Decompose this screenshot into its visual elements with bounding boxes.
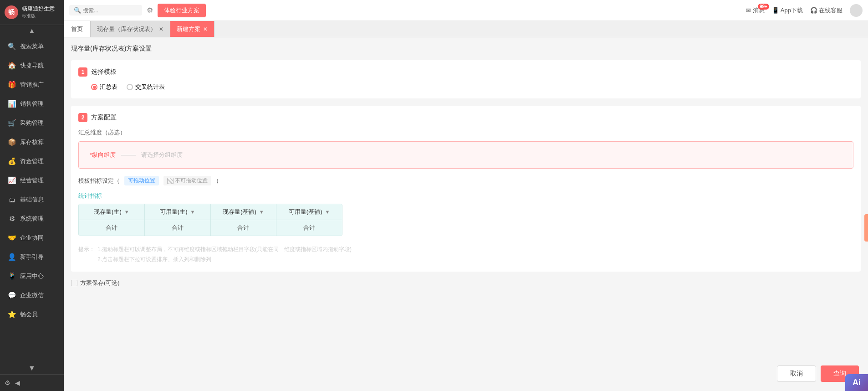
sidebar-item-label: 营销推广 <box>20 81 44 89</box>
messages-badge-wrap[interactable]: ✉ 消息 99+ <box>746 6 765 15</box>
sidebar-item-newuser[interactable]: 👤 新手引导 <box>0 247 64 267</box>
hints-label: 提示： <box>78 245 95 255</box>
sidebar-item-basic[interactable]: 🗂 基础信息 <box>0 190 64 209</box>
dropdown-icon-3[interactable]: ▼ <box>325 209 330 215</box>
sidebar-item-label: 经营管理 <box>20 176 44 185</box>
sidebar-item-label: 基础信息 <box>20 196 44 204</box>
sidebar-item-operations[interactable]: 📈 经营管理 <box>0 171 64 190</box>
sidebar-settings-btn[interactable]: ⚙ <box>5 379 10 386</box>
dropdown-icon-1[interactable]: ▼ <box>190 209 195 215</box>
radio-summary-label: 汇总表 <box>100 83 117 91</box>
money-icon: 💰 <box>7 157 16 165</box>
hatch-icon <box>167 178 174 184</box>
search-input[interactable] <box>83 7 133 14</box>
sidebar-item-search[interactable]: 🔍 搜索菜单 <box>0 37 64 56</box>
dimension-row: *纵向维度 —— 请选择分组维度 <box>90 151 842 159</box>
hint-text-1: 2.点击标题栏下拉可设置排序、插入列和删除列 <box>97 255 211 265</box>
tab-new-plan-close[interactable]: ✕ <box>203 26 208 32</box>
section2-title: 方案配置 <box>91 113 117 122</box>
sidebar-item-label: 应用中心 <box>20 272 44 280</box>
folder-icon: 🗂 <box>7 196 16 204</box>
content-area: 现存量(库存状况表)方案设置 1 选择模板 汇总表 交叉统计表 2 <box>64 37 868 391</box>
cancel-button[interactable]: 取消 <box>777 365 816 382</box>
box-icon: 📦 <box>7 138 16 146</box>
template-options: 汇总表 交叉统计表 <box>91 83 853 91</box>
tabs-bar: 首页 现存量（库存状况表） ✕ 新建方案 ✕ <box>64 21 868 37</box>
stats-col-body-2: 合计 <box>211 220 276 236</box>
star-icon: ⭐ <box>7 310 16 319</box>
stats-col-header-2: 现存量(基辅) ▼ <box>211 204 276 220</box>
sidebar-item-label: 资金管理 <box>20 157 44 165</box>
dimension-area[interactable]: *纵向维度 —— 请选择分组维度 <box>78 141 853 169</box>
radio-cross[interactable]: 交叉统计表 <box>127 83 165 91</box>
trial-btn[interactable]: 体验行业方案 <box>158 4 206 17</box>
radio-cross-indicator <box>127 84 133 90</box>
save-option-label: 方案保存(可选) <box>80 279 120 287</box>
radio-summary-indicator <box>91 84 97 90</box>
sidebar-collapse-btn[interactable]: ◀ <box>15 379 20 386</box>
hint-1: 提示： 2.点击标题栏下拉可设置排序、插入列和删除列 <box>78 255 853 265</box>
section2-card: 2 方案配置 汇总维度（必选） *纵向维度 —— 请选择分组维度 模板指标设定（… <box>71 106 861 272</box>
save-option[interactable]: 方案保存(可选) <box>71 279 861 287</box>
gear-icon: ⚙ <box>7 215 16 223</box>
section1-num: 1 <box>78 67 87 77</box>
tab-new-plan[interactable]: 新建方案 ✕ <box>170 21 214 37</box>
stats-col-body-0: 合计 <box>79 220 144 236</box>
section2-num: 2 <box>78 113 87 122</box>
settings-icon[interactable]: ⚙ <box>147 6 153 15</box>
topbar-right: ✉ 消息 99+ 📱 App下载 🎧 在线客服 <box>746 4 863 17</box>
sidebar-item-inventory[interactable]: 📦 库存核算 <box>0 133 64 152</box>
sidebar-item-purchase[interactable]: 🛒 采购管理 <box>0 113 64 133</box>
sidebar-item-cooperation[interactable]: 🤝 企业协同 <box>0 228 64 247</box>
user-avatar[interactable] <box>850 4 863 17</box>
trend-icon: 📈 <box>7 176 16 185</box>
sidebar-item-wechat[interactable]: 💬 企业微信 <box>0 286 64 305</box>
stats-col-name-2: 现存量(基辅) <box>223 208 256 216</box>
dropdown-icon-0[interactable]: ▼ <box>124 209 129 215</box>
customer-service-btn[interactable]: 🎧 在线客服 <box>810 6 842 15</box>
sidebar-item-system[interactable]: ⚙ 系统管理 <box>0 209 64 228</box>
sidebar-item-member[interactable]: ⭐ 畅会员 <box>0 305 64 324</box>
radio-summary[interactable]: 汇总表 <box>91 83 117 91</box>
handshake-icon: 🤝 <box>7 234 16 242</box>
sidebar-item-label: 采购管理 <box>20 119 44 127</box>
main-area: 🔍 ⚙ 体验行业方案 ✉ 消息 99+ 📱 App下载 🎧 在线客服 首 <box>64 0 868 391</box>
sidebar-scroll-down[interactable]: ▼ <box>0 362 64 374</box>
stats-label: 统计指标 <box>78 192 853 200</box>
cart-icon: 🛒 <box>7 119 16 127</box>
indicator-setting: 模板指标设定（ 可拖动位置 不可拖动位置 ） <box>78 176 853 185</box>
section2-header: 2 方案配置 <box>78 113 853 122</box>
save-checkbox[interactable] <box>71 280 77 286</box>
sidebar-item-sales[interactable]: 📊 销售管理 <box>0 94 64 113</box>
stats-col-0: 现存量(主) ▼ 合计 <box>79 204 145 236</box>
side-panel-toggle[interactable] <box>864 214 868 242</box>
tab-inventory-close[interactable]: ✕ <box>159 26 163 32</box>
stats-col-body-1: 合计 <box>145 220 210 236</box>
tab-inventory-status[interactable]: 现存量（库存状况表） ✕ <box>91 21 170 37</box>
stats-col-header-1: 可用量(主) ▼ <box>145 204 210 220</box>
tab-home[interactable]: 首页 <box>64 21 91 37</box>
sidebar-item-appstore[interactable]: 📱 应用中心 <box>0 267 64 286</box>
mobile-icon: 📱 <box>7 272 16 280</box>
app-download-btn[interactable]: 📱 App下载 <box>772 6 803 15</box>
dropdown-icon-2[interactable]: ▼ <box>259 209 264 215</box>
sidebar-item-nav[interactable]: 🏠 快捷导航 <box>0 56 64 75</box>
search-icon: 🔍 <box>74 7 81 14</box>
ai-badge[interactable]: Ai <box>845 374 868 391</box>
sidebar-item-marketing[interactable]: 🎁 营销推广 <box>0 75 64 94</box>
sidebar-item-label: 系统管理 <box>20 215 44 223</box>
stats-col-name-3: 可用量(基辅) <box>289 208 322 216</box>
indicator-setting-prefix: 模板指标设定（ <box>78 177 120 185</box>
search-box[interactable]: 🔍 <box>69 5 142 15</box>
sidebar-scroll-up[interactable]: ▲ <box>0 25 64 37</box>
chat-icon: 💬 <box>7 291 16 299</box>
hint-text-0: 1.拖动标题栏可以调整布局，不可跨维度或指标区域拖动栏目字段(只能在同一维度或指… <box>97 245 352 255</box>
section1-header: 1 选择模板 <box>78 67 853 77</box>
stats-col-header-0: 现存量(主) ▼ <box>79 204 144 220</box>
drag-badge: 可拖动位置 <box>124 176 159 185</box>
sidebar-item-finance[interactable]: 💰 资金管理 <box>0 152 64 171</box>
sidebar-item-label: 销售管理 <box>20 100 44 108</box>
topbar: 🔍 ⚙ 体验行业方案 ✉ 消息 99+ 📱 App下载 🎧 在线客服 <box>64 0 868 21</box>
search-icon: 🔍 <box>7 42 16 51</box>
dimension-required-label: *纵向维度 <box>90 151 116 159</box>
